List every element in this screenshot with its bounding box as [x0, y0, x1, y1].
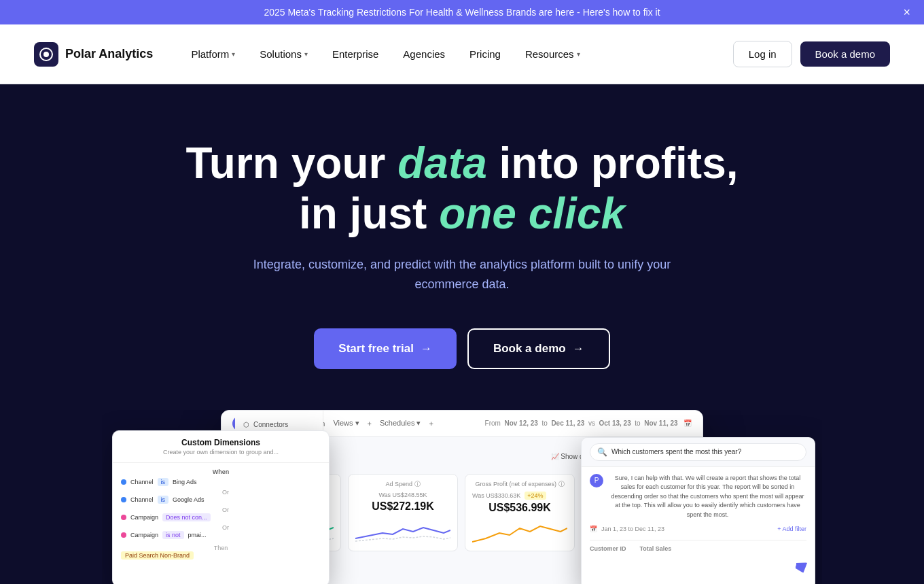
metric-ad-spend: Ad Spend ⓘ Was US$248.55K US$272.19K	[348, 474, 458, 551]
ai-assistant-panel: 🔍 Which customers spent the most this ye…	[581, 437, 815, 584]
logo-icon	[34, 42, 58, 67]
hero-subtitle: Integrate, customize, and predict with t…	[231, 255, 693, 294]
nav-item-agencies[interactable]: Agencies	[392, 43, 456, 65]
nav-links: Platform ▾ Solutions ▾ Enterprise Agenci…	[180, 43, 732, 65]
chevron-down-icon: ▾	[232, 50, 235, 58]
hero-cta-buttons: Start free trial → Book a demo →	[14, 328, 910, 369]
start-trial-button[interactable]: Start free trial →	[314, 328, 457, 369]
book-demo-nav-button[interactable]: Book a demo	[800, 41, 890, 67]
banner-close-button[interactable]: ×	[903, 6, 910, 18]
nav-item-pricing[interactable]: Pricing	[459, 43, 512, 65]
nav-actions: Log in Book a demo	[733, 41, 890, 67]
nav-logo[interactable]: Polar Analytics	[34, 42, 153, 67]
connector-dot-blue	[121, 479, 126, 485]
svg-point-1	[43, 52, 49, 57]
nav-item-resources[interactable]: Resources ▾	[514, 43, 591, 65]
nav-item-platform[interactable]: Platform ▾	[180, 43, 246, 65]
login-button[interactable]: Log in	[733, 41, 792, 67]
ai-question: 🔍 Which customers spent the most this ye…	[590, 443, 806, 461]
connector-dot-pink2	[121, 532, 126, 538]
chevron-down-icon: ▾	[577, 50, 580, 58]
hero-title-line1: Turn your data into profits,	[186, 139, 739, 188]
metric-gross-profit: Gross Profit (net of expenses) ⓘ Was US$…	[465, 474, 575, 551]
connector-dot-blue2	[121, 497, 126, 502]
logo-text: Polar Analytics	[65, 47, 153, 61]
nav-item-enterprise[interactable]: Enterprise	[321, 43, 389, 65]
banner-text: 2025 Meta's Tracking Restrictions For He…	[27, 7, 897, 18]
connector-dot-pink	[121, 515, 126, 520]
arrow-icon: →	[421, 342, 432, 356]
navbar: Polar Analytics Platform ▾ Solutions ▾ E…	[0, 24, 924, 84]
hero-title: Turn your data into profits, in just one…	[14, 139, 910, 239]
hero-title-line2: in just one click	[299, 189, 625, 238]
dashboard-screenshot: P Polar + Add section Views ▾ + Schedule…	[102, 410, 822, 584]
book-demo-hero-button[interactable]: Book a demo →	[467, 328, 610, 369]
nav-item-solutions[interactable]: Solutions ▾	[249, 43, 319, 65]
leftnav-connectors: ⬡ Connectors	[235, 417, 323, 432]
arrow-icon: →	[573, 342, 584, 356]
custom-dimensions-panel: Custom Dimensions Create your own dimens…	[112, 430, 330, 584]
ai-response: P Sure, I can help with that. We will cr…	[582, 467, 815, 580]
hero-section: Turn your data into profits, in just one…	[0, 84, 924, 584]
dashboard-date-range: From Nov 12, 23 to Dec 11, 23 vs Oct 13,…	[485, 419, 692, 427]
announcement-banner: 2025 Meta's Tracking Restrictions For He…	[0, 0, 924, 24]
chevron-down-icon: ▾	[304, 50, 308, 58]
cursor-icon	[795, 561, 808, 574]
